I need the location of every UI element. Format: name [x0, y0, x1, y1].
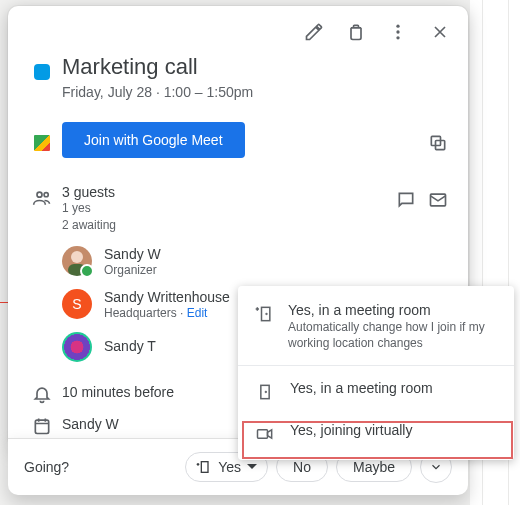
rsvp-yes-label: Yes: [218, 459, 241, 475]
more-vert-icon: [388, 22, 408, 42]
guest-name: Sandy Writtenhouse: [104, 289, 230, 306]
guest-role: Organizer: [104, 263, 161, 277]
event-color-swatch: [34, 64, 50, 80]
meeting-room-plus-icon: [196, 459, 212, 475]
bell-icon: [32, 384, 52, 404]
rsvp-check-icon: [80, 264, 94, 278]
guest-role: Headquarters · Edit: [104, 306, 230, 320]
people-icon: [32, 188, 52, 208]
copy-meet-link-button[interactable]: [428, 127, 448, 153]
mail-icon: [428, 190, 448, 210]
svg-point-1: [396, 30, 399, 33]
chat-icon: [396, 190, 416, 210]
meeting-room-plus-icon: [254, 304, 274, 324]
guest-count: 3 guests: [62, 184, 396, 200]
svg-rect-14: [258, 430, 268, 438]
guest-yes-count: 1 yes: [62, 200, 396, 217]
close-button[interactable]: [422, 14, 458, 50]
guest-row[interactable]: Sandy W Organizer: [62, 240, 396, 283]
guest-name: Sandy W: [104, 246, 161, 263]
guest-location: Headquarters ·: [104, 306, 187, 320]
rsvp-prompt: Going?: [24, 459, 69, 475]
meeting-room-icon: [255, 382, 275, 402]
menu-item-title: Yes, in a meeting room: [288, 302, 498, 318]
menu-item-subtitle: Automatically change how I join if my wo…: [288, 320, 498, 351]
menu-item-auto-room[interactable]: Yes, in a meeting room Automatically cha…: [238, 292, 514, 361]
svg-point-0: [396, 25, 399, 28]
copy-icon: [428, 133, 448, 153]
popover-toolbar: [8, 6, 468, 50]
guest-name: Sandy T: [104, 338, 156, 355]
avatar: [62, 246, 92, 276]
pencil-icon: [304, 22, 324, 42]
edit-location-link[interactable]: Edit: [187, 306, 208, 320]
trash-icon: [346, 22, 366, 42]
join-meet-button[interactable]: Join with Google Meet: [62, 122, 245, 158]
svg-point-13: [265, 392, 266, 393]
svg-point-11: [266, 314, 267, 315]
options-button[interactable]: [380, 14, 416, 50]
avatar: S: [62, 289, 92, 319]
google-meet-icon: [32, 133, 52, 153]
chevron-down-icon: [429, 460, 443, 474]
menu-item-meeting-room[interactable]: Yes, in a meeting room: [238, 370, 514, 412]
videocam-icon: [255, 424, 275, 444]
close-icon: [430, 22, 450, 42]
calendar-icon: [32, 416, 52, 436]
menu-item-title: Yes, joining virtually: [290, 422, 412, 438]
delete-button[interactable]: [338, 14, 374, 50]
edit-button[interactable]: [296, 14, 332, 50]
chat-guests-button[interactable]: [396, 190, 416, 210]
avatar: [62, 332, 92, 362]
event-title: Marketing call: [62, 54, 448, 80]
menu-item-title: Yes, in a meeting room: [290, 380, 433, 396]
svg-rect-9: [202, 462, 209, 473]
menu-item-virtual[interactable]: Yes, joining virtually: [238, 412, 514, 454]
menu-divider: [238, 365, 514, 366]
join-options-menu: Yes, in a meeting room Automatically cha…: [238, 286, 514, 460]
svg-point-2: [396, 36, 399, 39]
guest-awaiting-count: 2 awaiting: [62, 217, 396, 234]
event-datetime: Friday, July 28 · 1:00 – 1:50pm: [62, 84, 448, 100]
svg-point-6: [44, 193, 48, 197]
svg-rect-8: [35, 420, 48, 433]
email-guests-button[interactable]: [428, 190, 448, 210]
dropdown-icon: [247, 462, 257, 472]
svg-point-5: [37, 193, 42, 198]
